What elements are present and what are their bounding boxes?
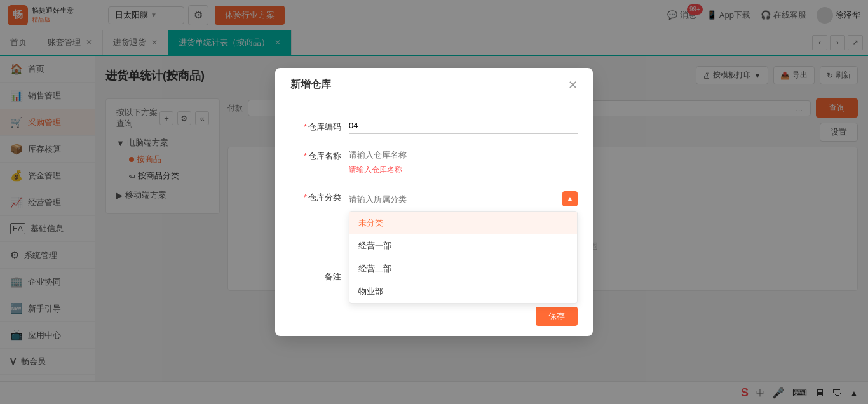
dropdown-item-dept1[interactable]: 经营一部 [349, 234, 577, 257]
add-warehouse-modal: 新增仓库 ✕ *仓库编码 *仓库名称 请输入仓库名称 *仓库分类 [275, 68, 593, 336]
category-input-row: ▲ [349, 188, 578, 210]
name-label: *仓库名称 [290, 147, 341, 162]
warehouse-code-input[interactable] [349, 118, 578, 134]
dropdown-item-uncategorized[interactable]: 未分类 [349, 212, 577, 234]
warehouse-code-row: *仓库编码 [290, 118, 578, 134]
code-required: * [304, 122, 307, 131]
category-required: * [304, 192, 307, 202]
dropdown-item-property[interactable]: 物业部 [349, 280, 577, 303]
name-error-text: 请输入仓库名称 [349, 165, 578, 175]
warehouse-category-row: *仓库分类 ▲ 未分类 经营一部 经营二部 物业部 [290, 188, 578, 210]
dropdown-item-dept2[interactable]: 经营二部 [349, 257, 577, 280]
warehouse-name-input[interactable] [349, 147, 578, 163]
save-button[interactable]: 保存 [536, 307, 578, 326]
code-label: *仓库编码 [290, 118, 341, 133]
modal-title: 新增仓库 [290, 78, 331, 91]
code-field-wrap [349, 118, 578, 134]
modal-close-icon[interactable]: ✕ [568, 79, 578, 91]
modal-header: 新增仓库 ✕ [275, 68, 593, 102]
warehouse-name-row: *仓库名称 请输入仓库名称 [290, 147, 578, 175]
category-field-wrap: ▲ 未分类 经营一部 经营二部 物业部 [349, 188, 578, 210]
modal-body: *仓库编码 *仓库名称 请输入仓库名称 *仓库分类 ▲ [275, 102, 593, 284]
name-field-wrap: 请输入仓库名称 [349, 147, 578, 175]
category-label: *仓库分类 [290, 188, 341, 203]
category-up-icon[interactable]: ▲ [562, 191, 578, 206]
note-label: 备注 [290, 267, 341, 283]
category-dropdown: 未分类 经营一部 经营二部 物业部 [349, 211, 578, 304]
name-required: * [304, 151, 307, 161]
category-input[interactable] [349, 194, 562, 204]
